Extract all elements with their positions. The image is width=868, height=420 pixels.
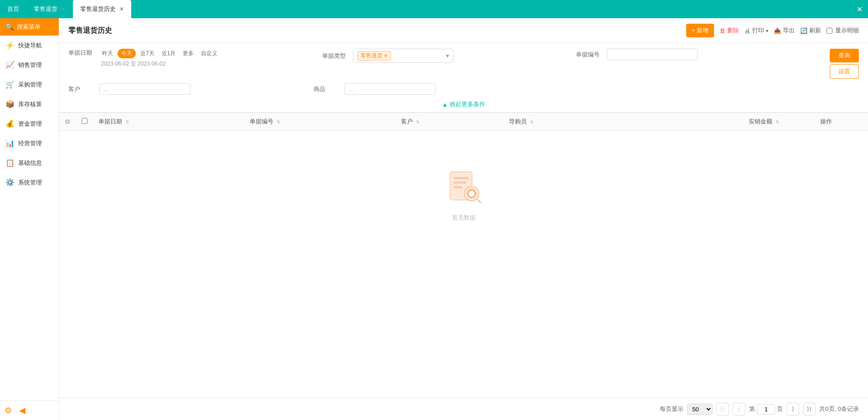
- tab-retail-return-close[interactable]: ✕: [61, 6, 66, 12]
- operations-icon: 📊: [5, 139, 15, 148]
- sort-amount-icon[interactable]: ⇅: [776, 119, 779, 124]
- sort-customer-icon[interactable]: ⇅: [416, 119, 420, 124]
- type-tag-close[interactable]: ✕: [384, 53, 388, 59]
- th-settings: ⚙: [59, 113, 76, 131]
- tab-bar: 首页 零售退货 ✕ 零售退货历史 ✕: [0, 0, 857, 18]
- add-button[interactable]: + 新增: [686, 24, 714, 37]
- delete-icon: 🗑: [719, 27, 725, 34]
- th-customer: 客户 ⇅: [395, 113, 503, 131]
- page-size-select[interactable]: 50 10 20 100: [687, 404, 713, 415]
- empty-icon: [443, 167, 484, 208]
- page-first-btn[interactable]: ⟨⟨: [716, 403, 729, 415]
- date-btn-more[interactable]: 更多: [180, 49, 196, 58]
- nav-label-quick: 快捷导航: [18, 41, 42, 50]
- select-all-checkbox[interactable]: [82, 118, 87, 124]
- display-detail-checkbox-wrapper: 显示明细: [827, 26, 859, 35]
- sidebar-search-label: 搜索菜单: [17, 23, 41, 31]
- nav-label-operations: 经营管理: [18, 139, 42, 148]
- empty-state: 暂无数据: [59, 131, 868, 258]
- selected-type-tag: 零售退货 ✕: [357, 51, 391, 61]
- query-button[interactable]: 查询: [830, 49, 859, 62]
- sidebar-search[interactable]: 🔍 搜索菜单: [0, 18, 59, 36]
- sidebar-item-finance[interactable]: 💰 资金管理: [0, 114, 59, 133]
- th-action: 操作: [785, 113, 868, 131]
- tab-home[interactable]: 首页: [0, 0, 26, 18]
- svg-rect-3: [453, 186, 462, 188]
- collapse-icon: ▲: [442, 101, 448, 108]
- page-last-btn[interactable]: ⟩⟩: [803, 403, 816, 415]
- settings-bottom-icon[interactable]: ⚙: [5, 405, 12, 415]
- sidebar-item-quick-nav[interactable]: ⚡ 快捷导航: [0, 36, 59, 55]
- content-area: 零售退货历史 + 新增 🗑 删除 🖨 打印 ▾ 📤 导出: [59, 18, 868, 420]
- customer-label: 客户: [68, 85, 96, 93]
- inventory-icon: 📦: [5, 100, 15, 108]
- table-container: ⚙ 单据日期 ⇅ 单据编号 ⇅: [59, 113, 868, 398]
- refresh-button[interactable]: 🔄 刷新: [800, 26, 821, 35]
- type-dropdown-icon: ▾: [446, 52, 449, 59]
- sidebar-item-system-mgmt[interactable]: ⚙️ 系统管理: [0, 173, 59, 192]
- print-dropdown-icon: ▾: [766, 28, 768, 33]
- date-btn-yesterday[interactable]: 昨天: [99, 49, 116, 58]
- page-info: 第 页: [749, 404, 783, 415]
- sidebar-item-operations[interactable]: 📊 经营管理: [0, 133, 59, 153]
- query-set-buttons: 查询 设置: [830, 49, 859, 79]
- nav-label-basic: 基础信息: [18, 159, 42, 167]
- display-detail-checkbox[interactable]: [827, 28, 832, 34]
- sort-date-icon[interactable]: ⇅: [125, 119, 129, 124]
- collapse-filter-button[interactable]: ▲ 收起更多条件: [442, 100, 485, 108]
- date-btn-1month[interactable]: 近1月: [159, 49, 179, 58]
- collapse-sidebar-icon[interactable]: ◀: [19, 405, 26, 415]
- page-next-btn[interactable]: ⟩: [786, 403, 799, 415]
- tab-retail-return[interactable]: 零售退货 ✕: [26, 0, 73, 18]
- sort-billno-icon[interactable]: ⇅: [277, 119, 280, 124]
- sidebar: 🔍 搜索菜单 ⚡ 快捷导航 📈 销售管理 🛒 采购管理 📦 库存核算 💰: [0, 18, 59, 420]
- print-button[interactable]: 🖨 打印 ▾: [745, 26, 768, 35]
- sidebar-item-sales-mgmt[interactable]: 📈 销售管理: [0, 55, 59, 75]
- goods-input[interactable]: ...: [344, 83, 436, 95]
- th-amount: 实销金额 ⇅: [633, 113, 785, 131]
- date-btn-custom[interactable]: 自定义: [198, 49, 220, 58]
- total-info: 共0页, 0条记录: [819, 405, 859, 413]
- finance-icon: 💰: [5, 119, 15, 128]
- set-button[interactable]: 设置: [830, 64, 859, 79]
- sidebar-item-purchase-mgmt[interactable]: 🛒 采购管理: [0, 75, 59, 94]
- nav-label-finance: 资金管理: [18, 120, 42, 128]
- sidebar-item-basic-info[interactable]: 📋 基础信息: [0, 153, 59, 173]
- search-icon: 🔍: [5, 23, 14, 31]
- page-size-label: 每页显示: [660, 405, 683, 413]
- th-checkbox: [76, 113, 93, 131]
- sidebar-bottom: ⚙ ◀: [0, 400, 59, 420]
- display-detail-label: 显示明细: [835, 26, 859, 35]
- billno-label: 单据编号: [576, 51, 603, 59]
- table-wrapper: ⚙ 单据日期 ⇅ 单据编号 ⇅: [59, 113, 868, 420]
- system-icon: ⚙️: [5, 178, 15, 187]
- sidebar-item-inventory[interactable]: 📦 库存核算: [0, 94, 59, 114]
- page-number-input[interactable]: [757, 404, 775, 415]
- export-button[interactable]: 📤 导出: [774, 26, 795, 35]
- empty-text: 暂无数据: [452, 214, 476, 222]
- window-close-icon[interactable]: ✕: [857, 5, 868, 14]
- billno-input[interactable]: [607, 49, 698, 60]
- main-layout: 🔍 搜索菜单 ⚡ 快捷导航 📈 销售管理 🛒 采购管理 📦 库存核算 💰: [0, 18, 868, 420]
- customer-input[interactable]: ...: [99, 83, 190, 95]
- svg-line-6: [477, 199, 481, 203]
- refresh-icon: 🔄: [800, 27, 807, 34]
- page-prev-btn[interactable]: ⟨: [733, 403, 745, 415]
- svg-rect-1: [453, 177, 469, 179]
- type-label: 单据类型: [322, 52, 349, 60]
- type-select[interactable]: 零售退货 ✕ ▾: [353, 49, 453, 63]
- table-settings-icon[interactable]: ⚙: [65, 118, 71, 125]
- tab-retail-return-history[interactable]: 零售退货历史 ✕: [73, 0, 131, 18]
- collapse-label: 收起更多条件: [450, 100, 485, 108]
- delete-button[interactable]: 🗑 删除: [719, 26, 739, 35]
- export-icon: 📤: [774, 27, 781, 34]
- basic-info-icon: 📋: [5, 159, 15, 167]
- svg-rect-2: [453, 182, 466, 184]
- tab-retail-return-history-close[interactable]: ✕: [119, 6, 124, 12]
- nav-label-purchase: 采购管理: [18, 81, 42, 89]
- date-btn-7days[interactable]: 近7天: [138, 49, 157, 58]
- top-bar: 首页 零售退货 ✕ 零售退货历史 ✕ ✕: [0, 0, 868, 18]
- sort-guide-icon[interactable]: ⇅: [530, 119, 534, 124]
- page-title: 零售退货历史: [68, 26, 112, 36]
- date-btn-today[interactable]: 今天: [118, 49, 136, 58]
